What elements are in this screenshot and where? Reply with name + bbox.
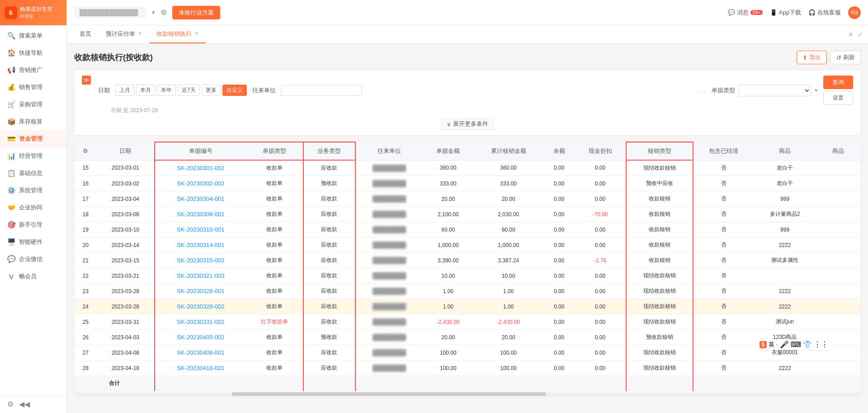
cell-write-off-type: 现结收款核销: [626, 361, 693, 376]
tab-prepay[interactable]: 预计应付单 ✕: [99, 25, 149, 43]
cell-no: 15: [75, 160, 96, 176]
doc-no-link[interactable]: SK-20230403-002: [177, 334, 225, 341]
sidebar-item-purchase[interactable]: 🛒采购管理: [0, 96, 66, 113]
col-goods2: 商品: [816, 142, 860, 160]
cell-biz-type: 预收款: [303, 176, 355, 191]
sidebar-item-system[interactable]: ⚙️系统管理: [0, 182, 66, 199]
sidebar-item-quicknav[interactable]: 🏠快捷导航: [0, 44, 66, 62]
refresh-button[interactable]: ↺ 刷新: [830, 51, 861, 64]
table-scrollbar[interactable]: [75, 392, 860, 396]
doc-no-link[interactable]: SK-20230321-003: [177, 272, 225, 279]
sidebar-item-sales[interactable]: 💰销售管理: [0, 79, 66, 96]
tab-prepay-close[interactable]: ✕: [138, 31, 142, 37]
total-write-off: [626, 376, 693, 391]
logo-text: 畅康道好生意: [20, 6, 52, 13]
sidebar-item-marketing[interactable]: 📢营销推广: [0, 62, 66, 79]
tab-close-all-icon[interactable]: ✕: [848, 31, 854, 38]
cell-goods: 老白干: [754, 176, 816, 191]
doc-no-link[interactable]: SK-20230308-001: [177, 211, 225, 218]
date-quick-buttons: 上月 本月 本年 近7天 更多 自定义: [115, 85, 247, 96]
cell-doc-no: SK-20230304-001: [155, 191, 246, 207]
app-download-button[interactable]: 📱 App下载: [770, 9, 801, 17]
tab-home[interactable]: 首页: [72, 25, 99, 43]
date-last-month-btn[interactable]: 上月: [115, 85, 134, 96]
nav-icon-basic: 📋: [7, 169, 15, 177]
doc-no-link[interactable]: SK-20230331-002: [177, 318, 225, 325]
cell-biz-type: 应收款: [303, 345, 355, 361]
cell-goods2: [816, 284, 860, 299]
doc-no-link[interactable]: SK-20230310-001: [177, 226, 225, 233]
sidebar-item-hardware[interactable]: 🖥️智能硬件: [0, 233, 66, 251]
cell-goods2: [816, 222, 860, 237]
sidebar-item-guide[interactable]: 🎯新手引导: [0, 216, 66, 233]
date-this-month-btn[interactable]: 本月: [136, 85, 155, 96]
date-this-year-btn[interactable]: 本年: [157, 85, 176, 96]
doc-no-link[interactable]: SK-20230418-001: [177, 365, 225, 371]
shirt-icon[interactable]: 👕: [803, 340, 812, 349]
sidebar-item-finance[interactable]: 💳资金管理: [0, 130, 66, 147]
tab-collection[interactable]: 收款核销执行 ✕: [149, 25, 206, 43]
query-button[interactable]: 查询: [823, 76, 853, 89]
cell-no: 16: [75, 176, 96, 191]
messages-label: 消息: [737, 9, 749, 17]
sidebar-item-basic[interactable]: 📋基础信息: [0, 165, 66, 182]
cell-doc-type: 收款单: [246, 207, 303, 222]
sidebar-item-member[interactable]: V畅会员: [0, 268, 66, 285]
doc-no-link[interactable]: SK-20230408-001: [177, 349, 225, 356]
expand-conditions-button[interactable]: ∨ 展开更多条件: [442, 118, 493, 130]
export-label: 导出: [809, 53, 821, 62]
cell-doc-type: 收款单: [246, 299, 303, 314]
nav-icon-hardware: 🖥️: [7, 238, 15, 246]
date-7days-btn[interactable]: 近7天: [178, 85, 200, 96]
cell-doc-no: SK-20230314-001: [155, 237, 246, 253]
cell-goods2: [816, 253, 860, 268]
phone-icon: 📱: [770, 9, 777, 16]
keyboard-icon[interactable]: ⌨: [791, 340, 801, 349]
doc-no-link[interactable]: SK-20230302-002: [177, 180, 225, 187]
solution-button[interactable]: 体验行业方案: [172, 6, 220, 19]
doc-no-link[interactable]: SK-20230315-002: [177, 257, 225, 264]
mic-icon[interactable]: 🎤: [780, 340, 789, 349]
online-support-button[interactable]: 🎧 在线客服: [808, 9, 841, 17]
cell-write-off-type: 现结收款核销: [626, 314, 693, 330]
messages-button[interactable]: 💬 消息 99+: [728, 9, 763, 17]
doc-no-link[interactable]: SK-20230314-001: [177, 242, 225, 248]
tab-collection-close[interactable]: ✕: [194, 31, 198, 37]
date-custom-btn[interactable]: 自定义: [222, 85, 247, 96]
user-avatar[interactable]: Rit: [848, 6, 861, 19]
sidebar-item-inventory[interactable]: 📦库存核算: [0, 113, 66, 130]
date-more-btn[interactable]: 更多: [202, 85, 221, 96]
tab-expand-icon[interactable]: ⤢: [857, 31, 863, 38]
dropdown-arrow-icon[interactable]: ▾: [152, 9, 155, 16]
sidebar-item-operation[interactable]: 📊经营管理: [0, 147, 66, 165]
doc-no-link[interactable]: SK-20230304-001: [177, 195, 225, 202]
tabs-bar: 首页 预计应付单 ✕ 收款核销执行 ✕ ✕ ⤢: [67, 25, 868, 43]
doc-no-link[interactable]: SK-20230328-002: [177, 303, 225, 310]
cell-date: 2023-04-18: [96, 361, 155, 376]
cell-balance: 0.00: [543, 207, 575, 222]
settings-icon[interactable]: ⚙: [7, 400, 14, 408]
col-gear[interactable]: ⚙: [75, 142, 96, 160]
cell-doc-no: SK-20230418-001: [155, 361, 246, 376]
counterpart-input[interactable]: [281, 85, 362, 96]
sidebar-item-search[interactable]: 🔍搜索菜单: [0, 27, 66, 44]
filter-toggle-button[interactable]: ≫: [82, 76, 91, 85]
cell-balance: 0.00: [543, 160, 575, 176]
receipt-type-select[interactable]: [739, 85, 811, 96]
cell-goods: 2222: [754, 299, 816, 314]
collapse-icon[interactable]: ◀◀: [19, 400, 30, 408]
cell-goods2: [816, 314, 860, 330]
scrollbar-thumb[interactable]: [232, 392, 546, 396]
doc-no-link[interactable]: SK-20230328-001: [177, 288, 225, 294]
doc-no-link[interactable]: SK-20230301-002: [177, 165, 225, 171]
sidebar-item-enterprise[interactable]: 🤝企业协同: [0, 199, 66, 216]
date-range-display: 不限 至 2023-07-26: [98, 107, 853, 114]
filter-settings-button[interactable]: 设置: [823, 91, 853, 105]
cell-discount: 0.00: [575, 176, 626, 191]
total-goods2: [816, 376, 860, 391]
export-button[interactable]: ⬆ 导出: [797, 51, 827, 64]
topbar-gear-icon[interactable]: ⚙: [160, 8, 167, 17]
sidebar-item-wechat[interactable]: 💬企业微信: [0, 251, 66, 268]
cell-doc-type: 收款单: [246, 253, 303, 268]
grid-icon[interactable]: ⋮⋮: [814, 340, 828, 349]
